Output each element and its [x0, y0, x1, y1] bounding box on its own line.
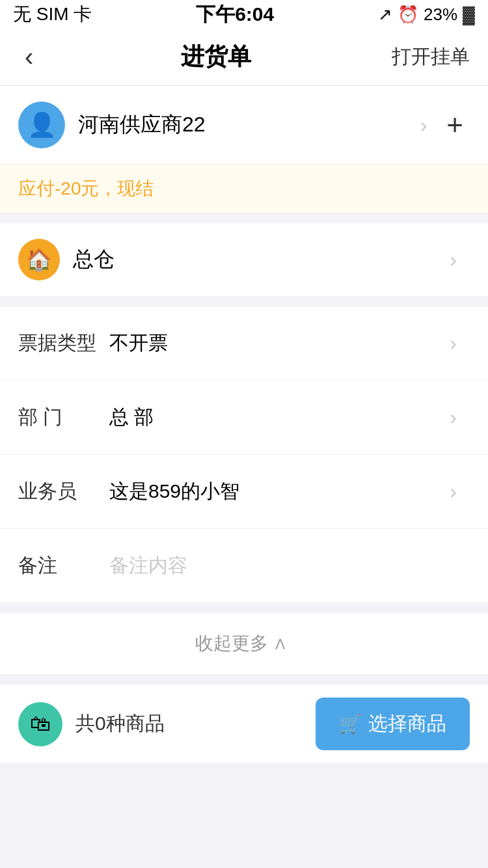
form-section: 票据类型 不开票 › 部 门 总 部 › 业务员 这是859的小智 › 备注 备…: [0, 306, 488, 603]
product-count-icon: 🛍: [18, 702, 62, 746]
department-row[interactable]: 部 门 总 部 ›: [0, 381, 488, 455]
department-value: 总 部: [96, 404, 450, 431]
back-button[interactable]: ‹: [18, 36, 40, 78]
main-content: 👤 河南供应商22 › + 应付-20元，现结 🏠 总仓 › 票据类型 不开票 …: [0, 86, 488, 868]
warehouse-card[interactable]: 🏠 总仓 ›: [0, 223, 488, 296]
invoice-type-row[interactable]: 票据类型 不开票 ›: [0, 306, 488, 381]
person-icon: 👤: [27, 111, 57, 139]
empty-area: [0, 763, 488, 868]
warehouse-name: 总仓: [73, 245, 450, 274]
select-product-button[interactable]: 🛒 选择商品: [316, 698, 470, 750]
time-label: 下午6:04: [196, 1, 274, 28]
open-pending-button[interactable]: 打开挂单: [392, 44, 470, 70]
supplier-name: 河南供应商22: [78, 111, 420, 139]
salesperson-label: 业务员: [18, 478, 96, 505]
chevron-right-icon: ›: [450, 248, 457, 272]
supplier-row[interactable]: 👤 河南供应商22 › +: [0, 86, 488, 165]
supplier-avatar: 👤: [18, 102, 65, 148]
battery-label: 23%: [424, 5, 457, 25]
status-bar: 无 SIM 卡 下午6:04 ↗ ⏰ 23% ▓: [0, 0, 488, 29]
invoice-type-value: 不开票: [96, 330, 450, 357]
warehouse-icon: 🏠: [18, 239, 60, 280]
chevron-right-icon: ›: [450, 405, 457, 429]
department-label: 部 门: [18, 404, 96, 431]
bottom-bar: 🛍 共0种商品 🛒 选择商品: [0, 685, 488, 763]
select-product-label: 选择商品: [368, 711, 446, 737]
nav-bar: ‹ 进货单 打开挂单: [0, 29, 488, 86]
alarm-icon: ⏰: [398, 5, 418, 25]
status-right: ↗ ⏰ 23% ▓: [378, 5, 475, 25]
battery-icon: ▓: [463, 5, 475, 25]
invoice-type-label: 票据类型: [18, 330, 96, 357]
remark-row[interactable]: 备注 备注内容: [0, 529, 488, 603]
warehouse-row[interactable]: 🏠 总仓 ›: [0, 223, 488, 296]
house-icon: 🏠: [26, 247, 52, 272]
carrier-label: 无 SIM 卡: [13, 2, 92, 27]
supplier-card: 👤 河南供应商22 › + 应付-20元，现结: [0, 86, 488, 213]
cart-icon: 🛍: [30, 712, 51, 736]
select-product-icon: 🛒: [339, 713, 362, 735]
chevron-right-icon: ›: [450, 480, 457, 504]
chevron-right-icon: ›: [420, 113, 427, 137]
collapse-row[interactable]: 收起更多 ∧: [0, 613, 488, 674]
salesperson-value: 这是859的小智: [96, 478, 450, 505]
product-count-label: 共0种商品: [75, 711, 303, 737]
chevron-right-icon: ›: [450, 331, 457, 355]
remark-label: 备注: [18, 552, 96, 579]
collapse-label: 收起更多 ∧: [195, 631, 288, 656]
supplier-notice: 应付-20元，现结: [0, 165, 488, 213]
salesperson-row[interactable]: 业务员 这是859的小智 ›: [0, 455, 488, 529]
location-icon: ↗: [378, 5, 392, 25]
remark-input[interactable]: 备注内容: [96, 552, 470, 579]
page-title: 进货单: [181, 41, 251, 73]
add-supplier-button[interactable]: +: [440, 109, 470, 141]
